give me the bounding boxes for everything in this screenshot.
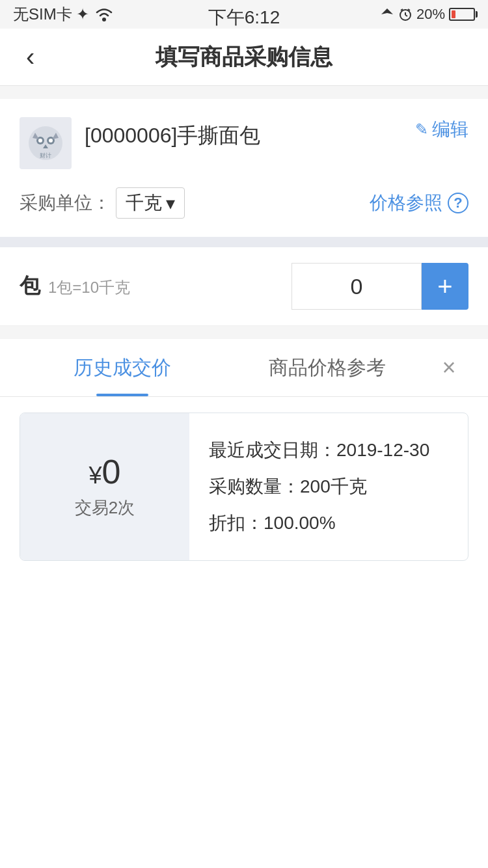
tab-history-price[interactable]: 历史成交价 bbox=[20, 339, 224, 396]
product-logo: 财计 bbox=[26, 124, 65, 163]
currency-symbol: ¥ bbox=[89, 462, 102, 489]
quantity-row: 包 1包=10千克 0 + bbox=[0, 247, 488, 326]
price-value: 0 bbox=[102, 453, 121, 491]
tab-price-ref[interactable]: 商品价格参考 bbox=[224, 339, 429, 396]
latest-date-value: 2019-12-30 bbox=[336, 440, 429, 460]
purchase-qty-label: 采购数量： bbox=[209, 476, 300, 496]
product-card: 财计 [0000006]手撕面包 ✎ 编辑 采购单位： 千克 ▾ 价格参照 ? bbox=[0, 99, 488, 237]
tab-close-button[interactable]: × bbox=[429, 348, 468, 387]
back-button[interactable]: ‹ bbox=[20, 36, 41, 78]
product-unit-row: 采购单位： 千克 ▾ 价格参照 ? bbox=[20, 185, 468, 219]
quantity-unit: 包 bbox=[20, 272, 40, 301]
nav-bar: ‹ 填写商品采购信息 bbox=[0, 29, 488, 86]
discount-row: 折扣：100.00% bbox=[209, 509, 448, 537]
quantity-value: 0 bbox=[351, 274, 363, 299]
battery-percent: 20% bbox=[416, 6, 445, 23]
wifi-icon bbox=[94, 7, 114, 21]
quantity-input-group: 0 + bbox=[291, 263, 468, 310]
status-time: 下午6:12 bbox=[208, 5, 280, 30]
purchase-qty-value: 200千克 bbox=[300, 476, 367, 496]
svg-line-3 bbox=[405, 15, 407, 16]
unit-value: 千克 bbox=[126, 191, 162, 215]
transaction-summary: ¥0 交易2次 bbox=[20, 413, 189, 560]
latest-date-row: 最近成交日期：2019-12-30 bbox=[209, 437, 448, 464]
location-icon bbox=[380, 7, 394, 21]
status-right: 20% bbox=[380, 6, 475, 23]
edit-label: 编辑 bbox=[432, 117, 468, 142]
latest-date-label: 最近成交日期： bbox=[209, 440, 336, 460]
transaction-card: ¥0 交易2次 最近成交日期：2019-12-30 采购数量：200千克 折扣：… bbox=[20, 413, 468, 561]
tab2-label: 商品价格参考 bbox=[269, 355, 386, 381]
edit-icon: ✎ bbox=[415, 120, 428, 139]
purchase-qty-row: 采购数量：200千克 bbox=[209, 473, 448, 500]
product-thumbnail: 财计 bbox=[20, 117, 72, 169]
battery-icon bbox=[449, 8, 475, 21]
help-icon: ? bbox=[448, 193, 468, 213]
page-title: 填写商品采购信息 bbox=[156, 42, 332, 72]
quantity-label-group: 包 1包=10千克 bbox=[20, 272, 130, 301]
product-left: 财计 [0000006]手撕面包 bbox=[20, 117, 260, 169]
close-icon: × bbox=[442, 354, 455, 381]
unit-selector-group: 采购单位： 千克 ▾ bbox=[20, 187, 185, 219]
plus-icon: + bbox=[437, 272, 452, 301]
section-divider bbox=[0, 237, 488, 247]
svg-point-0 bbox=[102, 18, 106, 21]
bottom-space bbox=[0, 576, 488, 868]
quantity-conversion: 1包=10千克 bbox=[48, 277, 130, 298]
quantity-input[interactable]: 0 bbox=[291, 263, 422, 310]
unit-select[interactable]: 千克 ▾ bbox=[116, 187, 185, 219]
product-name: [0000006]手撕面包 bbox=[85, 117, 260, 150]
transaction-price: ¥0 bbox=[89, 455, 121, 489]
transaction-section: ¥0 交易2次 最近成交日期：2019-12-30 采购数量：200千克 折扣：… bbox=[0, 397, 488, 576]
svg-text:财计: 财计 bbox=[40, 152, 51, 159]
tab1-label: 历史成交价 bbox=[74, 355, 171, 381]
price-ref-label: 价格参照 bbox=[370, 191, 442, 215]
discount-label: 折扣： bbox=[209, 513, 264, 533]
transaction-count: 交易2次 bbox=[75, 496, 135, 519]
price-ref-button[interactable]: 价格参照 ? bbox=[370, 191, 468, 215]
carrier-label: 无SIM卡 ✦ bbox=[13, 4, 89, 25]
edit-button[interactable]: ✎ 编辑 bbox=[415, 117, 468, 142]
unit-prefix: 采购单位： bbox=[20, 191, 111, 215]
tab-active-indicator bbox=[96, 394, 148, 396]
transaction-details: 最近成交日期：2019-12-30 采购数量：200千克 折扣：100.00% bbox=[189, 413, 468, 560]
discount-value: 100.00% bbox=[264, 513, 336, 533]
quantity-plus-button[interactable]: + bbox=[422, 263, 468, 310]
status-left: 无SIM卡 ✦ bbox=[13, 4, 114, 25]
status-bar: 无SIM卡 ✦ 下午6:12 20% bbox=[0, 0, 488, 29]
dropdown-arrow: ▾ bbox=[166, 193, 175, 214]
alarm-icon bbox=[398, 7, 413, 21]
product-header: 财计 [0000006]手撕面包 ✎ 编辑 bbox=[20, 117, 468, 169]
tab-bar: 历史成交价 商品价格参考 × bbox=[0, 339, 488, 397]
